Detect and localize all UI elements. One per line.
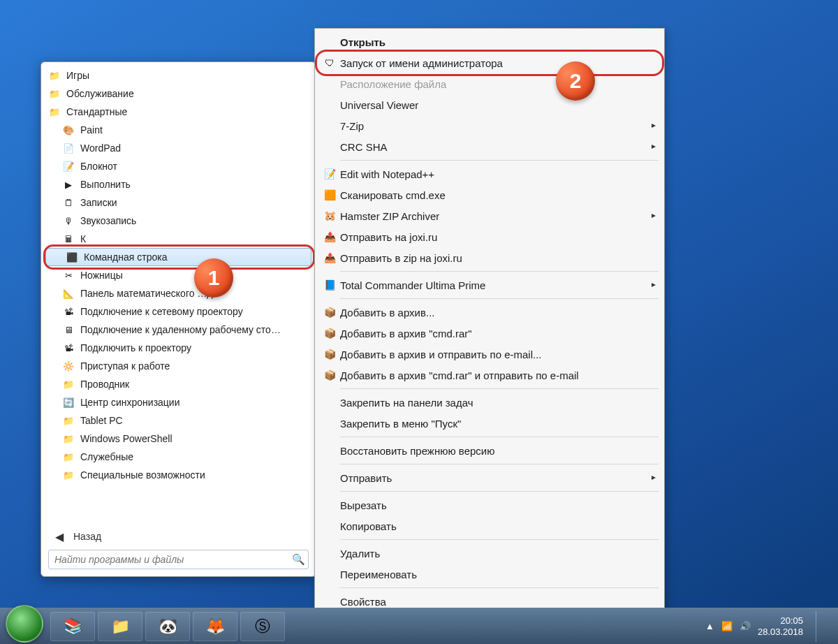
context-menu-item-label: CRC SHA: [340, 141, 663, 153]
tray-up-icon[interactable]: ▲: [705, 621, 714, 631]
start-menu-folder[interactable]: 📁Tablet PC: [43, 411, 314, 430]
app-label: WordPad: [80, 142, 121, 154]
folder-label: Обслуживание: [66, 88, 134, 99]
folder-icon: 📁: [62, 432, 75, 445]
context-menu-item-icon: [319, 416, 340, 431]
start-menu-folder[interactable]: 📁Windows PowerShell: [43, 430, 314, 448]
app-icon: 🎨: [62, 124, 75, 136]
context-menu-item[interactable]: 📦Добавить в архив "cmd.rar": [316, 323, 663, 344]
context-menu-item[interactable]: Переименовать: [316, 564, 663, 585]
app-icon: 🔆: [62, 360, 75, 372]
taskbar: 📚📁🐼🦊Ⓢ ▲ 📶 🔊 20:05 28.03.2018: [0, 608, 838, 644]
context-menu-item[interactable]: Universal Viewer: [316, 94, 663, 115]
context-menu-item[interactable]: 📦Добавить в архив...: [316, 302, 663, 323]
start-menu-folder[interactable]: 📁Игры: [43, 66, 314, 85]
context-menu-item-icon: 📦: [319, 367, 340, 383]
app-icon: 📄: [62, 142, 75, 154]
context-menu-item-icon: [319, 594, 340, 609]
start-menu-item[interactable]: 📽Подключение к сетевому проектору: [43, 302, 314, 321]
folder-label: Служебные: [80, 451, 133, 462]
start-menu-item-command-prompt[interactable]: ⬛Командная строка: [45, 248, 311, 266]
taskbar-item-skype[interactable]: Ⓢ: [240, 612, 285, 641]
app-icon: 🖩: [62, 233, 75, 245]
start-menu-item[interactable]: 🔄Центр синхронизации: [43, 393, 314, 411]
start-menu-item[interactable]: 🎙Звукозапись: [43, 212, 314, 230]
context-menu-item[interactable]: Расположение файла: [316, 73, 663, 94]
taskbar-item-panda[interactable]: 🐼: [145, 612, 190, 641]
start-menu-item[interactable]: 📝Блокнот: [43, 157, 314, 175]
context-menu-item[interactable]: 📤Отправить на joxi.ru: [316, 226, 663, 247]
context-menu-item[interactable]: Отправить: [316, 467, 663, 488]
context-menu-item[interactable]: 🐹Hamster ZIP Archiver: [316, 205, 663, 226]
start-menu-item[interactable]: 🔆Приступая к работе: [43, 357, 314, 375]
taskbar-time: 20:05: [758, 615, 803, 627]
context-menu-item[interactable]: 🟧Сканировать cmd.exe: [316, 184, 663, 205]
context-menu-item[interactable]: 📤Отправить в zip на joxi.ru: [316, 247, 663, 268]
context-menu-separator: [340, 491, 659, 492]
callout-badge-1-label: 1: [208, 266, 220, 290]
context-menu-item-run-as-admin[interactable]: 🛡Запуск от имени администратора: [316, 52, 663, 73]
start-menu-item[interactable]: 📁Проводник: [43, 375, 314, 393]
start-menu-search-row: 🔍: [48, 550, 309, 569]
start-menu-item[interactable]: 🖩К: [43, 230, 314, 248]
context-menu-item-icon: [319, 546, 340, 561]
folder-label: Tablet PC: [80, 415, 123, 426]
show-desktop-button[interactable]: [816, 611, 828, 642]
context-menu-item[interactable]: Восстановить прежнюю версию: [316, 440, 663, 461]
folder-label: Специальные возможности: [80, 469, 205, 481]
context-menu-item-label: Копировать: [340, 520, 663, 532]
context-menu-item[interactable]: Вырезать: [316, 495, 663, 515]
start-menu-item[interactable]: 🗒Записки: [43, 193, 314, 212]
context-menu-item[interactable]: Копировать: [316, 515, 663, 536]
context-menu-item-label: 7-Zip: [340, 120, 663, 132]
start-menu-item[interactable]: 🎨Paint: [43, 121, 314, 139]
start-menu-item[interactable]: ▶Выполнить: [43, 175, 314, 193]
context-menu-item-icon: [319, 395, 340, 410]
taskbar-item-explorer[interactable]: 📁: [98, 612, 142, 641]
context-menu-item[interactable]: 7-Zip: [316, 115, 663, 136]
app-label: Блокнот: [80, 161, 117, 172]
start-menu-item[interactable]: ✂Ножницы: [43, 266, 314, 284]
start-menu-back-button[interactable]: ◀ Назад: [43, 526, 314, 547]
taskbar-item-firefox[interactable]: 🦊: [193, 612, 237, 641]
start-menu-folder[interactable]: 📁Служебные: [43, 448, 314, 466]
context-menu-item[interactable]: 📦Добавить в архив и отправить по e-mail.…: [316, 344, 663, 365]
start-menu-search-input[interactable]: [48, 550, 309, 569]
context-menu-item[interactable]: Закрепить в меню "Пуск": [316, 413, 663, 434]
folder-label: Игры: [66, 70, 89, 81]
context-menu-separator: [340, 587, 659, 588]
context-menu-item-icon: [319, 497, 340, 513]
folder-label: Windows PowerShell: [80, 433, 172, 444]
app-label: К: [80, 233, 86, 244]
folder-icon: 📁: [48, 69, 61, 82]
context-menu-item[interactable]: 📦Добавить в архив "cmd.rar" и отправить …: [316, 365, 663, 386]
context-menu-item[interactable]: Открыть: [316, 31, 663, 52]
context-menu-item[interactable]: 📘Total Commander Ultima Prime: [316, 275, 663, 295]
callout-badge-2: 2: [556, 61, 595, 101]
app-icon: 🖥: [62, 323, 75, 336]
volume-icon[interactable]: 🔊: [740, 621, 751, 631]
context-menu-item-label: Добавить в архив...: [340, 307, 663, 319]
start-menu-folder[interactable]: 📁Стандартные: [43, 103, 314, 121]
context-menu-item[interactable]: Закрепить на панели задач: [316, 392, 663, 413]
start-menu-item[interactable]: 🖥Подключение к удаленному рабочему сто…: [43, 321, 314, 339]
start-button[interactable]: [6, 605, 43, 643]
start-menu-folder[interactable]: 📁Обслуживание: [43, 85, 314, 103]
context-menu-separator: [340, 271, 659, 272]
start-menu-folder[interactable]: 📁Специальные возможности: [43, 466, 314, 484]
context-menu-item[interactable]: Удалить: [316, 543, 663, 564]
context-menu-item-icon: 📤: [319, 250, 340, 265]
context-menu-item-icon: 🐹: [319, 208, 340, 224]
taskbar-clock[interactable]: 20:05 28.03.2018: [758, 615, 803, 638]
context-menu-item[interactable]: CRC SHA: [316, 136, 663, 157]
app-icon: 🗒: [62, 196, 75, 209]
app-label: Подключить к проектору: [80, 342, 191, 353]
start-menu-item[interactable]: 📽Подключить к проектору: [43, 339, 314, 357]
context-menu-item-icon: [319, 97, 340, 112]
context-menu-item[interactable]: 📝Edit with Notepad++: [316, 163, 663, 184]
taskbar-item-library[interactable]: 📚: [50, 612, 95, 641]
network-icon[interactable]: 📶: [721, 621, 733, 631]
start-menu-item[interactable]: 📄WordPad: [43, 139, 314, 157]
search-icon: 🔍: [292, 553, 304, 566]
start-menu-item[interactable]: 📐Панель математического …да: [43, 284, 314, 302]
